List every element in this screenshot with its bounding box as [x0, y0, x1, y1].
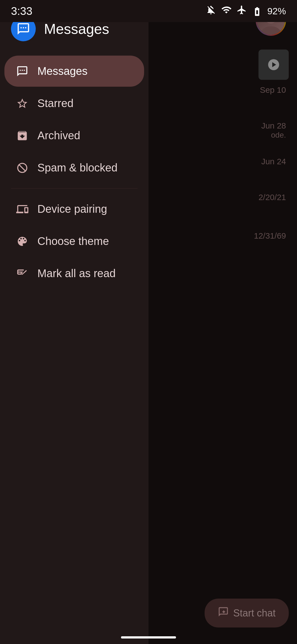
- nav-drawer: Messages Messages Starred: [0, 0, 148, 644]
- sidebar-item-mark-all-read-label: Mark all as read: [37, 267, 116, 280]
- airplane-icon: [237, 5, 247, 17]
- archive-icon: [15, 130, 29, 142]
- sidebar-item-mark-all-read[interactable]: Mark all as read: [4, 258, 144, 289]
- bell-mute-icon: [206, 5, 216, 17]
- sidebar-item-starred[interactable]: Starred: [4, 88, 144, 119]
- sidebar-item-archived-label: Archived: [37, 129, 80, 142]
- sidebar-item-spam[interactable]: Spam & blocked: [4, 152, 144, 183]
- menu-divider: [11, 188, 138, 189]
- sidebar-item-archived[interactable]: Archived: [4, 120, 144, 151]
- block-icon: [15, 162, 29, 174]
- status-time: 3:33: [11, 5, 32, 17]
- battery-icon: [252, 5, 262, 17]
- battery-percentage: 92%: [267, 6, 286, 17]
- sidebar-item-choose-theme[interactable]: Choose theme: [4, 226, 144, 257]
- mark-read-icon: [15, 268, 29, 280]
- theme-icon: [15, 235, 29, 247]
- star-icon: [15, 97, 29, 110]
- sidebar-item-messages[interactable]: Messages: [4, 56, 144, 87]
- sidebar-item-starred-label: Starred: [37, 97, 73, 110]
- sidebar-item-spam-label: Spam & blocked: [37, 162, 117, 174]
- status-bar: 3:33 92%: [0, 0, 297, 22]
- menu-items: Messages Starred Archived: [0, 55, 148, 633]
- status-icons: 92%: [206, 5, 286, 17]
- messages-icon: [15, 65, 29, 77]
- wifi-icon: [221, 5, 232, 17]
- sidebar-item-messages-label: Messages: [37, 65, 87, 77]
- app-title: Messages: [44, 21, 109, 37]
- sidebar-item-choose-theme-label: Choose theme: [37, 235, 109, 247]
- sidebar-item-device-pairing-label: Device pairing: [37, 203, 107, 215]
- sidebar-item-device-pairing[interactable]: Device pairing: [4, 193, 144, 225]
- home-indicator: [121, 636, 176, 638]
- device-pairing-icon: [15, 203, 29, 215]
